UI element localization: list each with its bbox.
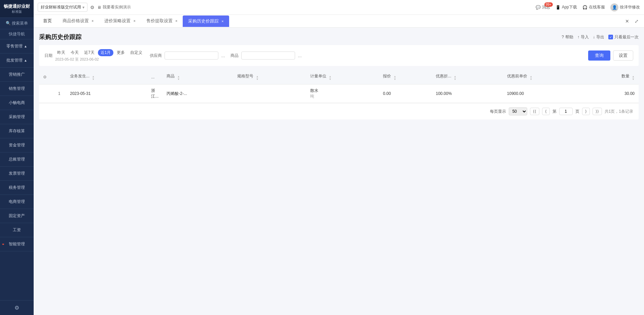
sidebar-item-fixed-assets[interactable]: 固定资产 <box>0 209 34 223</box>
date-filter-group: 日期 昨天 今天 近7天 近1月 更多 自定义 2023-05-02 至 202… <box>44 49 144 62</box>
tab-sale-price[interactable]: 售价提取设置 × <box>141 15 183 27</box>
th-dots[interactable]: ... <box>147 70 163 84</box>
pagination: 每页显示 10 20 50 100 ⟨⟨ ⟨ 第 页 ⟩ ⟩⟩ 共1页，1条记录 <box>39 103 639 119</box>
sidebar-item-marketing[interactable]: 营销推广 <box>0 68 34 82</box>
sidebar-item-invoice[interactable]: 发票管理 <box>0 167 34 181</box>
sidebar-item-finance[interactable]: 资金管理 <box>0 138 34 152</box>
import-button[interactable]: ↑ 导入 <box>577 34 589 40</box>
tab-bar: 首页 商品价格设置 × 进价策略设置 × 售价提取设置 × 采购历史价跟踪 × … <box>34 15 644 28</box>
help-button[interactable]: ? 帮助 <box>562 34 573 40</box>
column-settings-icon[interactable]: ⚙ <box>43 75 47 79</box>
date-custom-btn[interactable]: 自定义 <box>128 49 144 56</box>
only-last-checkbox[interactable]: ✓ 只看最后一次 <box>608 34 639 40</box>
query-button[interactable]: 查询 <box>588 50 610 61</box>
sidebar-item-inventory[interactable]: 库存核算 <box>0 124 34 138</box>
settings-button[interactable]: 设置 <box>613 50 633 61</box>
tab-sale-price-label: 售价提取设置 <box>146 18 173 24</box>
sidebar-item-ai[interactable]: ● 智能管理 <box>0 237 34 251</box>
sidebar-item-label: 总账管理 <box>9 156 25 162</box>
th-product-label: 商品 <box>167 74 175 78</box>
close-icon[interactable]: × <box>175 19 177 23</box>
sidebar-item-salary[interactable]: 工资 <box>0 223 34 237</box>
sidebar-quick-nav[interactable]: 快捷导航 <box>0 29 34 39</box>
tab-price[interactable]: 商品价格设置 × <box>57 15 99 27</box>
sidebar-item-label: 小畅电商 <box>9 100 25 106</box>
message-badge: 99+ <box>544 2 553 7</box>
tab-home[interactable]: 首页 <box>38 15 57 27</box>
version-label: 好业财标准版交付试用 <box>41 4 81 10</box>
close-icon[interactable]: × <box>133 19 135 23</box>
topbar-right: 💬 消息 99+ 📱 App下载 🎧 在线客服 👤 徐泽华修改 <box>536 3 640 11</box>
sidebar-search[interactable]: 🔍 搜索菜单 <box>0 18 34 29</box>
cell-unit: 散水吨 <box>306 84 379 103</box>
main-content: 好业财标准版交付试用 ▾ ⚙ 🖥 我要看实例演示 💬 消息 99+ 📱 App下… <box>34 0 644 315</box>
per-page-select[interactable]: 10 20 50 100 <box>509 107 527 115</box>
sidebar-item-ecom[interactable]: 电商管理 <box>0 195 34 209</box>
date-yesterday-btn[interactable]: 昨天 <box>55 49 67 56</box>
close-icon[interactable]: × <box>221 19 223 23</box>
tab-history-price[interactable]: 采购历史价跟踪 × <box>183 15 229 27</box>
first-page-button[interactable]: ⟨⟨ <box>530 108 539 115</box>
import-icon: ↑ <box>577 35 579 39</box>
sidebar-item-retail[interactable]: 零售管理 ▲ <box>0 39 34 54</box>
product-label: 商品 <box>230 53 239 59</box>
th-pre-discount-price[interactable]: 优惠前单价 ▲ ▼ <box>503 70 586 84</box>
tab-purchase-strategy[interactable]: 进价策略设置 × <box>99 15 141 27</box>
gear-icon[interactable]: ⚙ <box>14 305 19 311</box>
next-page-button[interactable]: ⟩ <box>582 108 590 115</box>
help-icon: ? <box>562 35 564 39</box>
message-button[interactable]: 💬 消息 99+ <box>536 4 550 10</box>
online-service-button[interactable]: 🎧 在线客服 <box>582 4 605 10</box>
th-product[interactable]: 商品 ▲ ▼ <box>163 70 233 84</box>
expand-tab-button[interactable]: ⤢ <box>633 17 640 25</box>
product-filter-group: 商品 ... <box>230 51 302 60</box>
page-input[interactable] <box>559 108 573 115</box>
close-icon[interactable]: × <box>92 19 94 23</box>
th-unit-label: 计量单位 <box>310 74 326 78</box>
topbar: 好业财标准版交付试用 ▾ ⚙ 🖥 我要看实例演示 💬 消息 99+ 📱 App下… <box>34 0 644 15</box>
sidebar-item-label: 零售管理 <box>6 43 23 49</box>
th-quote[interactable]: 报价 ▲ ▼ <box>379 70 432 84</box>
sidebar-item-wholesale[interactable]: 批发管理 ▲ <box>0 54 34 68</box>
export-icon: ↓ <box>593 35 595 39</box>
tab-home-label: 首页 <box>43 18 52 24</box>
prev-page-button[interactable]: ⟨ <box>542 108 550 115</box>
cell-biz-date: 2023-05-31 <box>66 84 147 103</box>
demo-button[interactable]: 🖥 我要看实例演示 <box>97 4 131 10</box>
version-selector[interactable]: 好业财标准版交付试用 ▾ <box>38 3 87 12</box>
th-gear[interactable]: ⚙ <box>39 70 52 84</box>
sidebar-item-ledger[interactable]: 总账管理 <box>0 152 34 167</box>
app-download-label: App下载 <box>562 4 577 10</box>
th-spec[interactable]: 规格型号 ▲ ▼ <box>233 70 306 84</box>
date-last1m-btn[interactable]: 近1月 <box>98 49 114 56</box>
sidebar-item-label: 营销推广 <box>9 72 25 77</box>
sort-icon: ▲ ▼ <box>530 75 532 81</box>
search-label: 搜索菜单 <box>12 21 28 26</box>
sidebar: 畅捷通好业财 标准版 🔍 搜索菜单 快捷导航 零售管理 ▲ 批发管理 ▲ 营销推… <box>0 0 34 315</box>
date-more-btn[interactable]: 更多 <box>115 49 127 56</box>
sidebar-item-label: 发票管理 <box>9 171 25 176</box>
sidebar-item-tax[interactable]: 税务管理 <box>0 181 34 195</box>
page-content: 采购历史价跟踪 ? 帮助 ↑ 导入 ↓ 导出 ✓ 只看最后一次 <box>34 28 644 315</box>
export-button[interactable]: ↓ 导出 <box>593 34 604 40</box>
date-today-btn[interactable]: 今天 <box>69 49 81 56</box>
product-input[interactable] <box>241 51 295 60</box>
close-tab-button[interactable]: ✕ <box>624 17 631 25</box>
sidebar-item-purchase[interactable]: 采购管理 <box>0 110 34 124</box>
sidebar-item-ecom-small[interactable]: 小畅电商 <box>0 96 34 110</box>
supplier-input[interactable] <box>165 51 218 60</box>
th-discount[interactable]: 优惠折... ▲ ▼ <box>432 70 503 84</box>
topbar-gear-button[interactable]: ⚙ <box>90 5 95 10</box>
user-menu-button[interactable]: 👤 徐泽华修改 <box>610 3 640 11</box>
th-unit[interactable]: 计量单位 ▲ ▼ <box>306 70 379 84</box>
product-dots[interactable]: ... <box>298 53 302 58</box>
th-quantity[interactable]: 数量 ▲ ▼ <box>586 70 639 84</box>
last-page-button[interactable]: ⟩⟩ <box>593 108 602 115</box>
sidebar-item-label: 智能管理 <box>9 241 25 247</box>
th-biz-date[interactable]: 业务发生... ▲ ▼ <box>66 70 147 84</box>
sidebar-item-sales[interactable]: 销售管理 <box>0 82 34 96</box>
supplier-dots[interactable]: ... <box>221 53 225 58</box>
date-last7-btn[interactable]: 近7天 <box>82 49 97 56</box>
app-download-button[interactable]: 📱 App下载 <box>556 4 577 10</box>
sidebar-item-label: 工资 <box>13 227 21 233</box>
